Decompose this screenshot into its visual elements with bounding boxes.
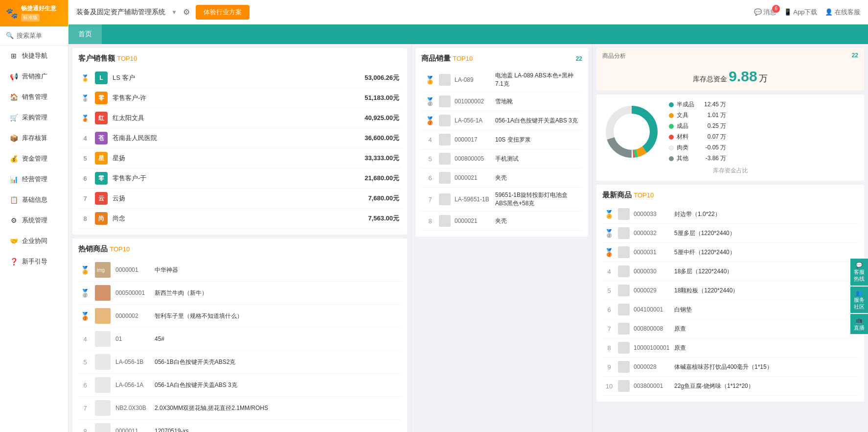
sidebar-item-guide[interactable]: ❓ 新手引导 [0, 251, 68, 272]
finance-icon: 💰 [9, 155, 18, 163]
rank-item: 4 苍 苍南县人民医院 36,600.00元 [78, 128, 401, 148]
svg-rect-3 [95, 308, 111, 324]
sidebar-item-system[interactable]: ⚙ 系统管理 [0, 210, 68, 231]
legend-label: 半成品 [677, 100, 701, 109]
sidebar-item-label: 销售管理 [22, 93, 47, 101]
list-item: 7 000800008 原查 [602, 319, 858, 338]
product-code: 000800005 [455, 155, 491, 162]
rank-number: 9 [604, 363, 614, 371]
product-thumb [439, 153, 451, 165]
product-code: 0000028 [634, 363, 670, 370]
community-btn[interactable]: 👥 服务社区 [850, 287, 868, 313]
sidebar-item-operation[interactable]: 📊 经营管理 [0, 169, 68, 190]
product-name: 电池盖 LA-089 ABS本色+黑种 7.1克 [495, 72, 578, 88]
product-name: 5厘中纤（1220*2440） [674, 248, 856, 257]
rank-number: 10 [604, 383, 614, 390]
rank-number: 6 [425, 174, 435, 182]
sidebar-item-sales[interactable]: 🏠 销售管理 [0, 87, 68, 107]
rank-medal-icon: 🥈 [80, 95, 90, 102]
customer-service-btn[interactable]: 💬 客服热线 [850, 259, 868, 286]
sidebar-item-quick-nav[interactable]: ⊞ 快捷导航 [0, 46, 68, 66]
topbar: 装备及固定资产辅助管理系统 ▼ ⚙ 体验行业方案 💬 消息 6 📱 App下载 … [69, 0, 868, 24]
product-code: LA-59651-1B [455, 196, 491, 203]
product-name: 2.0X30MM双搓花轴,搓花直径2.1MM/ROHS [155, 404, 399, 412]
trial-button[interactable]: 体验行业方案 [196, 5, 250, 20]
app-name: 畅捷通好生意 [21, 5, 56, 13]
system-name: 装备及固定资产辅助管理系统 [76, 8, 165, 17]
app-download[interactable]: 📱 App下载 [784, 8, 817, 17]
legend-value: 0.07 万 [708, 133, 727, 141]
legend-item: 成品 0.25 万 [669, 122, 726, 130]
basic-icon: 📋 [9, 196, 18, 204]
hot-product-list: 🏅 img 0000001 中华神器 🥈 000500001 新西兰牛肉（新牛） [78, 259, 401, 432]
product-item: 6 LA-056-1A 056-1A白色按键开关盖ABS 3克 [78, 374, 401, 397]
legend-dot [669, 135, 674, 140]
rank-number: 5 [425, 155, 435, 163]
inventory-analysis-label: 商品分析 [602, 52, 626, 60]
rank-item: 8 尚 尚念 7,563.00元 [78, 209, 401, 229]
rank-number: 6 [80, 175, 90, 182]
avatar: 星 [95, 152, 108, 165]
rank-number: 5 [80, 359, 90, 366]
live-btn[interactable]: 📺 直播 [850, 314, 868, 334]
settings-gear-icon[interactable]: ⚙ [183, 7, 190, 17]
avatar: 苍 [95, 132, 108, 144]
inventory-total-section: 库存总资金 9.88 万 [596, 64, 864, 91]
app-edition: 标准版 [21, 14, 40, 22]
messages-badge[interactable]: 💬 消息 6 [754, 8, 777, 17]
top-sales-title: 商品销量 TOP10 [421, 54, 473, 63]
customer-ranking-title: 客户销售额 TOP10 [78, 54, 137, 63]
rank-number: 4 [80, 135, 90, 142]
rank-item: 5 星 星扬 33,333.00元 [78, 148, 401, 168]
left-panel: 客户销售额 TOP10 🏅 L LS 客户 53,006.26元 🥈 零 零售客… [69, 44, 411, 432]
mobile-icon: 📱 [784, 8, 792, 16]
right-panel: 商品分析 22 库存总资金 9.88 万 [592, 44, 868, 432]
legend-item: 文具 1.01 万 [669, 111, 726, 120]
product-thumb [618, 285, 630, 296]
medal-icon: 🥉 [604, 248, 614, 257]
sidebar-item-label: 基础信息 [22, 195, 47, 204]
product-code: 0000001 [115, 266, 150, 273]
product-thumb [618, 265, 630, 277]
product-name: 12070519-xs [155, 428, 399, 432]
list-item: 8 0000021 夹壳 [421, 212, 582, 231]
online-service[interactable]: 👤 在线客服 [825, 8, 860, 17]
product-name: 白钢垫 [674, 306, 856, 314]
rank-value: 33,333.00元 [365, 154, 399, 163]
sidebar-item-cooperation[interactable]: 🤝 企业协同 [0, 231, 68, 251]
product-name: 056-1A白色按键开关盖ABS 3克 [155, 381, 399, 389]
product-code: 01 [115, 336, 150, 342]
tab-home[interactable]: 首页 [69, 24, 102, 44]
sidebar-search[interactable]: 🔍 搜索菜单 [0, 26, 68, 46]
product-code: 10000100001 [634, 344, 670, 351]
hot-products-card: 热销商品 TOP10 🏅 img 0000001 中华神器 🥈 000500 [72, 239, 407, 432]
product-code: 0000011 [115, 428, 150, 432]
sidebar-item-label: 系统管理 [22, 216, 47, 225]
newest-header: 最新商品 TOP10 [602, 191, 858, 200]
sidebar-item-purchase[interactable]: 🛒 采购管理 [0, 107, 68, 128]
sidebar-item-inventory[interactable]: 📦 库存核算 [0, 128, 68, 148]
inventory-icon: 📦 [9, 134, 18, 142]
marketing-icon: 📢 [9, 72, 18, 80]
product-name: 手机测试 [495, 155, 578, 163]
product-code: LA-056-1B [115, 359, 150, 365]
chart-label: 库存资金占比 [602, 167, 858, 175]
sidebar-item-finance[interactable]: 💰 资金管理 [0, 148, 68, 169]
product-thumb [95, 400, 111, 416]
service-icon: 💬 [856, 262, 863, 268]
legend-value: -3.86 万 [706, 154, 727, 163]
list-item: 🥈 0000032 5厘多层（1220*2440） [602, 224, 858, 243]
inventory-top-bar: 商品分析 22 [596, 48, 864, 64]
product-name: 夹壳 [495, 174, 578, 182]
list-item: 6 004100001 白钢垫 [602, 300, 858, 319]
product-code: 0000030 [634, 268, 670, 275]
avatar: 云 [95, 192, 108, 205]
product-thumb [95, 377, 111, 393]
donut-chart [602, 102, 661, 161]
list-item: 5 000800005 手机测试 [421, 149, 582, 168]
community-icon: 👥 [856, 290, 863, 296]
dropdown-arrow-icon[interactable]: ▼ [171, 9, 177, 16]
sidebar-item-marketing[interactable]: 📢 营销推广 [0, 66, 68, 87]
sidebar-item-basic[interactable]: 📋 基础信息 [0, 190, 68, 210]
operation-icon: 📊 [9, 175, 18, 183]
